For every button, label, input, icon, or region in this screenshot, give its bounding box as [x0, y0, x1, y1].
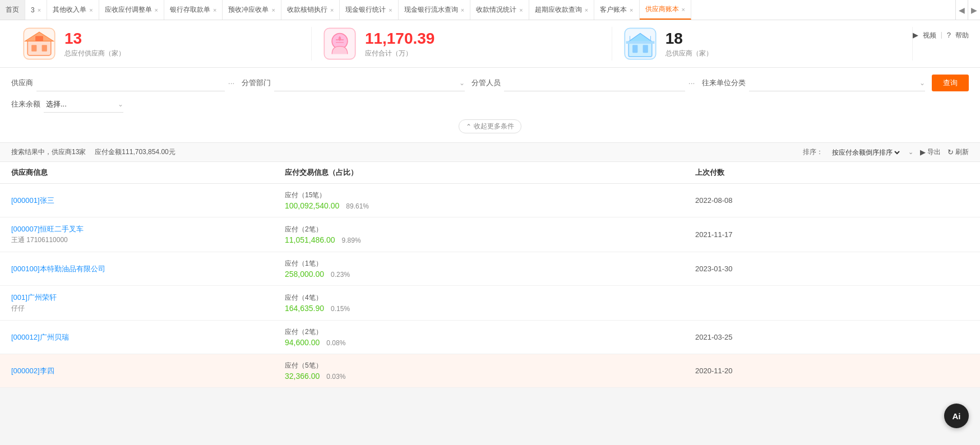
filter-area: 供应商 ··· 分管部门 ⌄ 分管人员 ··· 往来单位分类 [0, 68, 980, 143]
last-pay-date-5: 2021-03-25 [695, 333, 733, 341]
tx-amount-6[interactable]: 32,366.00 [285, 372, 320, 381]
tx-label-4: 应付（4笔） [285, 293, 695, 303]
dept-filter-select[interactable] [274, 78, 460, 87]
top-right-links: ▶ 视频 | ? 帮助 [913, 31, 969, 57]
top-navigation: 首页 3 × 其他收入单 × 应收应付调整单 × 银行存取款单 × 预收冲应收单… [0, 0, 980, 20]
close-icon[interactable]: × [330, 7, 334, 13]
nav-tab-ar-ap-adjust[interactable]: 应收应付调整单 × [99, 0, 164, 20]
tx-info-6: 应付（5笔） 32,366.00 0.03% [285, 361, 695, 381]
amount-text: 应付金额111,703,854.00元 [95, 147, 175, 157]
supplier-link-3[interactable]: [000100]本特勤油品有限公司 [11, 265, 105, 273]
sort-label: 排序： [803, 147, 823, 157]
nav-tab-payment-stat[interactable]: 收款情况统计 × [470, 0, 529, 20]
tx-amount-3[interactable]: 258,000.00 [285, 270, 324, 279]
category-select-wrapper: ⌄ [749, 75, 926, 91]
sort-select[interactable]: 按应付余额倒序排序 [830, 148, 902, 157]
nav-tab-payment-stat-label: 收款情况统计 [476, 5, 516, 15]
ap-suppliers-number: 13 [64, 29, 125, 48]
tx-amount-2[interactable]: 11,051,486.00 [285, 235, 335, 244]
collapse-button[interactable]: ⌃ 收起更多条件 [459, 119, 521, 133]
close-icon[interactable]: × [682, 6, 685, 13]
filter-person: 分管人员 ··· [471, 75, 695, 91]
close-icon[interactable]: × [461, 7, 464, 13]
close-icon[interactable]: × [38, 7, 41, 13]
supplier-icon [22, 27, 56, 61]
category-chevron-icon[interactable]: ⌄ [919, 79, 925, 87]
dept-filter-label: 分管部门 [242, 78, 271, 88]
tx-amount-1[interactable]: 100,092,540.00 [285, 201, 339, 210]
export-button[interactable]: ▶ 导出 [920, 147, 941, 157]
supplier-link-2[interactable]: [000007]恒旺二手叉车 [11, 225, 84, 233]
col-header-supplier: 供应商信息 [11, 168, 285, 178]
svg-rect-5 [35, 36, 43, 41]
nav-tab-home-label: 首页 [6, 5, 19, 15]
supplier-info-3: [000100]本特勤油品有限公司 [11, 264, 285, 274]
help-link[interactable]: 帮助 [955, 31, 969, 40]
nav-next-arrow[interactable]: ▶ [968, 0, 980, 20]
result-actions: 排序： 按应付余额倒序排序 ⌄ ▶ 导出 ↻ 刷新 [803, 147, 969, 157]
close-icon[interactable]: × [389, 7, 392, 13]
tx-percent-1: 89.61% [346, 202, 369, 210]
tx-label-3: 应付（1笔） [285, 259, 695, 268]
close-icon[interactable]: × [213, 7, 216, 13]
supplier-link-5[interactable]: [000012]广州贝瑞 [11, 333, 69, 341]
nav-tab-other-income[interactable]: 其他收入单 × [47, 0, 99, 20]
person-more-icon[interactable]: ··· [688, 78, 695, 87]
filter-row-2: 往来余额 选择... ⌄ [11, 96, 969, 113]
video-icon: ▶ [913, 31, 918, 39]
nav-tab-supplier-ledger[interactable]: 供应商账本 × [640, 0, 691, 20]
nav-tab-cash-bank-stat[interactable]: 现金银行统计 × [340, 0, 398, 20]
close-icon[interactable]: × [630, 7, 633, 13]
ap-total-label: 应付合计（万） [365, 49, 435, 58]
tx-label-5: 应付（2笔） [285, 327, 695, 337]
category-filter-select[interactable] [749, 78, 920, 87]
nav-tab-customer-ledger[interactable]: 客户账本 × [594, 0, 639, 20]
supplier-link-6[interactable]: [000002]李四 [11, 367, 54, 375]
person-filter-input[interactable] [504, 75, 685, 91]
close-icon[interactable]: × [585, 7, 588, 13]
nav-prev-arrow[interactable]: ◀ [955, 0, 968, 20]
table-row: [000100]本特勤油品有限公司 应付（1笔） 258,000.00 0.23… [0, 252, 980, 286]
filter-supplier: 供应商 ··· [11, 75, 235, 91]
balance-chevron-icon[interactable]: ⌄ [118, 100, 123, 108]
balance-filter-select[interactable]: 选择... [44, 100, 118, 108]
close-icon[interactable]: × [155, 7, 158, 13]
last-pay-date-2: 2021-11-17 [695, 230, 733, 239]
ap-total-number: 11,170.39 [365, 29, 435, 48]
video-link[interactable]: 视频 [923, 31, 936, 40]
store-icon [623, 27, 657, 61]
refresh-button[interactable]: ↻ 刷新 [947, 147, 969, 157]
table-row: [001]广州荣轩 仔仔 应付（4笔） 164,635.90 0.15% [0, 286, 980, 321]
last-pay-date-3: 2023-01-30 [695, 265, 733, 273]
nav-tab-prepay[interactable]: 预收冲应收单 × [223, 0, 281, 20]
nav-tab-bank-deposit-label: 银行存取款单 [170, 5, 210, 15]
nav-tab-payment-exec-label: 收款核销执行 [287, 5, 327, 15]
nav-tab-cash-bank-flow[interactable]: 现金银行流水查询 × [399, 0, 470, 20]
nav-tab-payment-exec[interactable]: 收款核销执行 × [281, 0, 340, 20]
tx-info-5: 应付（2笔） 94,600.00 0.08% [285, 327, 695, 347]
sort-chevron-icon[interactable]: ⌄ [908, 149, 913, 156]
nav-tab-home[interactable]: 首页 [0, 0, 25, 20]
close-icon[interactable]: × [271, 7, 275, 13]
total-suppliers-number: 18 [665, 29, 713, 48]
result-bar: 搜索结果中，供应商13家 应付金额111,703,854.00元 排序： 按应付… [0, 143, 980, 162]
search-button[interactable]: 查询 [932, 75, 969, 91]
nav-tab-3[interactable]: 3 × [25, 0, 47, 20]
supplier-link-4[interactable]: [001]广州荣轩 [11, 293, 57, 302]
tx-amount-4[interactable]: 164,635.90 [285, 304, 324, 313]
nav-tab-bank-deposit[interactable]: 银行存取款单 × [164, 0, 223, 20]
nav-tab-prepay-label: 预收冲应收单 [228, 5, 269, 15]
nav-tab-overdue-ar[interactable]: 超期应收款查询 × [529, 0, 594, 20]
tx-label-1: 应付（15笔） [285, 191, 695, 200]
tx-row-4: 164,635.90 0.15% [285, 304, 695, 313]
close-icon[interactable]: × [89, 7, 93, 13]
supplier-more-icon[interactable]: ··· [228, 78, 235, 87]
close-icon[interactable]: × [519, 7, 523, 13]
dept-chevron-icon[interactable]: ⌄ [459, 79, 465, 87]
person-filter-label: 分管人员 [471, 78, 501, 88]
tx-percent-5: 0.08% [326, 339, 345, 347]
summary-item-ap-suppliers: 13 总应付供应商（家） [11, 27, 312, 61]
tx-amount-5[interactable]: 94,600.00 [285, 338, 320, 347]
supplier-link-1[interactable]: [000001]张三 [11, 196, 54, 205]
supplier-filter-input[interactable] [36, 75, 225, 91]
